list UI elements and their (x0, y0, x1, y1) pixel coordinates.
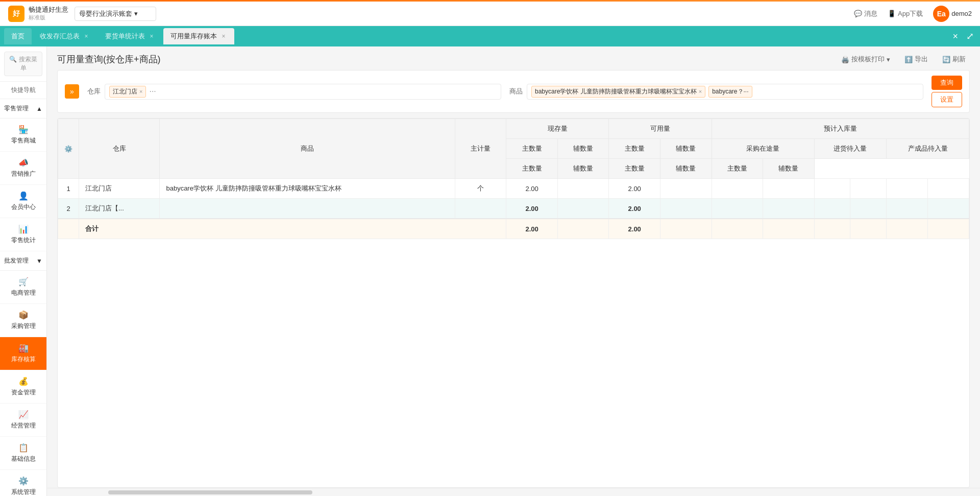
export-icon: ⬆️ (904, 56, 913, 63)
app-name: 畅捷通好生意 (29, 6, 68, 14)
tab-order-stats-close[interactable]: × (148, 33, 155, 40)
warehouse-tag-1: 江北门店 × (109, 86, 146, 98)
th-purchase-main: 主数量 (506, 159, 558, 179)
warehouse-tag-close[interactable]: × (139, 88, 142, 95)
search-btn[interactable]: 查询 (932, 76, 962, 90)
finance-icon: 💰 (18, 376, 29, 386)
warehouse-filter-label: 仓库 (87, 87, 101, 96)
settings-btn[interactable]: 设置 (932, 92, 962, 107)
print-icon: 🖨️ (841, 56, 849, 63)
row2-avail-aux (660, 199, 712, 219)
user-area[interactable]: Ea demo2 (933, 6, 972, 22)
tab-receive-send[interactable]: 收发存汇总表 × (33, 28, 97, 44)
retail-mgmt-arrow: ▲ (36, 105, 42, 112)
sidebar-item-basic-info[interactable]: 📋 基础信息 (0, 437, 46, 470)
row2-incoming-main (814, 199, 850, 219)
sidebar-item-finance[interactable]: 💰 资金管理 (0, 370, 46, 404)
row1-purchase-aux (763, 179, 815, 199)
tab-home[interactable]: 首页 (4, 28, 32, 44)
member-center-icon: 👤 (18, 191, 29, 201)
purchase-icon: 📦 (18, 310, 29, 320)
th-finished-product: 产成品待入量 (887, 139, 969, 159)
sidebar-item-inventory[interactable]: 🏭 库存核算 (0, 337, 46, 370)
row2-finished-aux (927, 199, 969, 219)
template-print-arrow: ▾ (887, 56, 890, 63)
product-tag-1: babycare学饮杯 儿童防摔防撞吸管杯重力球吸嘴杯宝宝水杯 × (531, 86, 705, 98)
sidebar-item-ecommerce[interactable]: 🛒 电商管理 (0, 271, 46, 304)
inventory-icon: 🏭 (18, 343, 29, 353)
sidebar-item-member-center[interactable]: 👤 会员中心 (0, 185, 46, 218)
data-table-container: ⚙️ 仓库 商品 主计量 现存量 可用量 预计入库量 主数量 辅数量 主数量 辅… (57, 118, 970, 488)
data-table: ⚙️ 仓库 商品 主计量 现存量 可用量 预计入库量 主数量 辅数量 主数量 辅… (58, 119, 969, 239)
row1-current-main: 2.00 (506, 179, 558, 199)
row1-finished-aux (927, 179, 969, 199)
th-avail-aux: 辅数量 (660, 139, 712, 159)
product-tag-1-close[interactable]: × (699, 88, 702, 95)
tab-order-stats-label: 要货单统计表 (105, 32, 145, 41)
nav-tabs: 首页 收发存汇总表 × 要货单统计表 × 可用量库存账本 × × ⤢ (0, 26, 980, 46)
row2-index: 2 (58, 199, 79, 219)
filter-toggle-btn[interactable]: » (65, 84, 79, 99)
sidebar-item-retail-store[interactable]: 🏪 零售商城 (0, 119, 46, 152)
app-download-btn[interactable]: 📱 App下载 (888, 9, 923, 18)
sidebar-item-ops[interactable]: 📈 经营管理 (0, 404, 46, 437)
retail-mgmt-label: 零售管理 (4, 104, 29, 113)
filter-bar: » 仓库 江北门店 × ··· 商品 babycare学饮杯 儿童防摔防撞吸管杯… (57, 70, 970, 113)
warehouse-more[interactable]: ··· (149, 87, 156, 96)
expand-tabs-btn[interactable]: ⤢ (964, 29, 976, 44)
export-btn[interactable]: ⬆️ 导出 (900, 53, 932, 66)
tab-receive-send-close[interactable]: × (83, 33, 90, 40)
message-btn[interactable]: 💬 消息 (854, 9, 877, 18)
sidebar-item-marketing[interactable]: 📣 营销推广 (0, 152, 46, 185)
th-purchase-aux: 辅数量 (557, 159, 609, 179)
sidebar-search-area: 🔍 搜索菜单 (0, 46, 46, 82)
row1-incoming-aux (850, 179, 887, 199)
top-bar-right: 💬 消息 📱 App下载 Ea demo2 (854, 6, 972, 22)
search-menu-btn[interactable]: 🔍 搜索菜单 (4, 52, 42, 76)
tab-available-inventory[interactable]: 可用量库存账本 × (163, 28, 234, 44)
th-current-stock: 现存量 (506, 119, 609, 139)
content-area: 可用量查询(按仓库+商品) 🖨️ 按模板打印 ▾ ⬆️ 导出 🔄 刷新 (47, 46, 980, 496)
wholesale-mgmt-arrow: ▼ (36, 257, 42, 265)
ops-icon: 📈 (18, 410, 29, 419)
row2-warehouse: 江北门店【... (79, 199, 160, 219)
retail-store-icon: 🏪 (18, 125, 29, 134)
warehouse-tags-input[interactable]: 江北门店 × ··· (105, 84, 501, 100)
footer-avail-aux (660, 219, 712, 239)
user-avatar: Ea (933, 6, 949, 22)
product-tags-input[interactable]: babycare学饮杯 儿童防摔防撞吸管杯重力球吸嘴杯宝宝水杯 × babyca… (527, 84, 923, 100)
sidebar-item-purchase[interactable]: 📦 采购管理 (0, 304, 46, 337)
warehouse-tag-text: 江北门店 (113, 87, 137, 96)
tab-available-inventory-close[interactable]: × (220, 33, 227, 40)
footer-empty-1 (58, 219, 79, 239)
sidebar-item-retail-stats[interactable]: 📊 零售统计 (0, 218, 46, 251)
horizontal-scrollbar[interactable] (47, 488, 980, 496)
export-label: 导出 (915, 55, 928, 64)
scroll-thumb[interactable] (108, 490, 312, 494)
footer-label: 合计 (79, 219, 506, 239)
tab-home-label: 首页 (11, 32, 24, 41)
row1-purchase-main (712, 179, 763, 199)
refresh-btn[interactable]: 🔄 刷新 (938, 53, 970, 66)
row1-current-aux (557, 179, 609, 199)
search-btn-label: 查询 (940, 79, 953, 86)
nav-tabs-right: × ⤢ (950, 29, 976, 44)
row1-unit: 个 (455, 179, 506, 199)
quick-nav-btn[interactable]: 快捷导航 (0, 82, 46, 99)
th-settings[interactable]: ⚙️ (58, 119, 79, 179)
row1-index: 1 (58, 179, 79, 199)
template-print-btn[interactable]: 🖨️ 按模板打印 ▾ (837, 53, 894, 66)
sidebar-item-retail-mgmt[interactable]: 零售管理 ▲ (0, 99, 46, 119)
row1-finished-main (887, 179, 928, 199)
sidebar-item-wholesale-mgmt[interactable]: 批发管理 ▼ (0, 251, 46, 271)
tab-order-stats[interactable]: 要货单统计表 × (98, 28, 162, 44)
close-all-tabs-btn[interactable]: × (950, 29, 960, 44)
system-icon: ⚙️ (18, 476, 29, 486)
product-tag-text-1: babycare学饮杯 儿童防摔防撞吸管杯重力球吸嘴杯宝宝水杯 (535, 87, 697, 96)
sidebar-item-system[interactable]: ⚙️ 系统管理 (0, 470, 46, 496)
sidebar: 🔍 搜索菜单 快捷导航 零售管理 ▲ 🏪 零售商城 📣 营销推广 👤 会员中心 … (0, 46, 47, 496)
purchase-label: 采购管理 (11, 322, 36, 330)
industry-select[interactable]: 母婴行业演示账套 ▾ (75, 7, 156, 21)
th-available: 可用量 (609, 119, 712, 139)
filter-toggle-icon: » (70, 87, 74, 96)
